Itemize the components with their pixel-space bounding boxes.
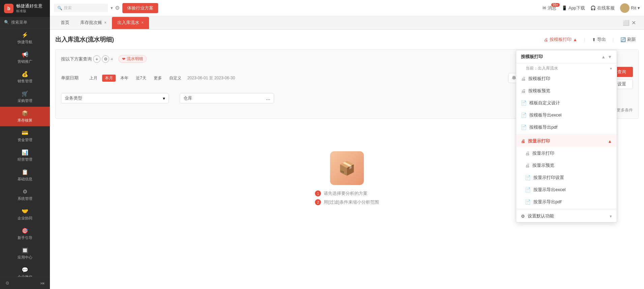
online-service-link[interactable]: 🎧 在线客服 bbox=[590, 5, 615, 11]
current-label-text: 当前：出入库流水 bbox=[526, 65, 558, 71]
empty-step-2: 2 用[过滤]条件来缩小分析范围 bbox=[315, 199, 379, 205]
date-opt-last-month[interactable]: 上月 bbox=[87, 75, 100, 82]
user-avatar-img bbox=[620, 3, 630, 13]
dropdown-template-preview[interactable]: 🖨 按模板预览 bbox=[516, 85, 617, 97]
step-1-text: 请先选择要分析的方案 bbox=[324, 190, 368, 196]
print-btn-label: 按模板打印 bbox=[550, 36, 572, 43]
sidebar-item-label: 新手引导 bbox=[18, 235, 32, 240]
finance-icon: 💳 bbox=[22, 130, 28, 136]
date-opt-this-year[interactable]: 本年 bbox=[118, 75, 131, 82]
filter-tag-icon: ❤ bbox=[122, 57, 125, 61]
template-pdf-label: 按模板导出pdf bbox=[529, 124, 557, 130]
current-label-arrow[interactable]: ▾ bbox=[610, 66, 612, 71]
sidebar-item-ops[interactable]: 📊 经营管理 bbox=[0, 146, 50, 165]
sidebar-item-purchase[interactable]: 🛒 采购管理 bbox=[0, 87, 50, 107]
app-download-link[interactable]: 📱 App下载 bbox=[562, 5, 585, 11]
display-print-label: 按显示打印 bbox=[532, 150, 554, 156]
biz-type-select[interactable]: 业务类型 ▾ bbox=[61, 93, 169, 103]
print-dropdown-panel: 按模板打印 ▲ ▼ 当前：出入库流水 ▾ 🖨 按模板打印 🖨 按模板预览 bbox=[516, 50, 617, 222]
sidebar-item-inventory[interactable]: 📦 库存核算 bbox=[0, 107, 50, 126]
sidebar-item-sales[interactable]: 💰 销售管理 bbox=[0, 68, 50, 87]
template-custom-label: 模板自定义设计 bbox=[529, 100, 560, 106]
topbar-right: ✉ 消息 99+ 📱 App下载 🎧 在线客服 Rit ▾ bbox=[543, 3, 640, 13]
footer-arrow[interactable]: ▾ bbox=[610, 214, 612, 219]
message-badge[interactable]: ✉ 消息 99+ bbox=[543, 5, 556, 11]
ops-icon: 📊 bbox=[22, 149, 28, 156]
sidebar-item-system[interactable]: ⚙ 系统管理 bbox=[0, 185, 50, 205]
sidebar-search[interactable]: 🔍 搜索菜单 bbox=[0, 17, 50, 28]
sidebar-item-finance[interactable]: 💳 资金管理 bbox=[0, 126, 50, 146]
page-content: 出入库流水(流水明细) 🖨 按模板打印 ▲ | ⬆ 导出 | 🔄 bbox=[50, 30, 644, 289]
tab-flow-close[interactable]: × bbox=[141, 20, 144, 25]
industry-solution-button[interactable]: 体验行业方案 bbox=[122, 3, 158, 13]
dropdown-scroll-up[interactable]: ▲ bbox=[601, 54, 606, 59]
biz-type-dropdown-icon[interactable]: ▾ bbox=[163, 96, 165, 101]
dropdown-display-print-section[interactable]: 🖨 按显示打印 ▲ bbox=[516, 135, 617, 147]
dropdown-template-custom[interactable]: 📄 模板自定义设计 bbox=[516, 97, 617, 109]
refresh-button[interactable]: 🔄 刷新 bbox=[618, 35, 639, 44]
filter-settings-button[interactable]: ⚙ bbox=[102, 55, 109, 63]
sidebar-item-label: 企业微信 bbox=[18, 274, 32, 277]
export-button[interactable]: ⬆ 导出 bbox=[589, 35, 609, 44]
sidebar-item-label: 销售管理 bbox=[18, 79, 32, 84]
empty-state-icon: 📦 bbox=[330, 151, 364, 185]
dropdown-display-excel[interactable]: 📄 按显示导出excel bbox=[516, 184, 617, 196]
dropdown-template-excel[interactable]: 📄 按模板导出excel bbox=[516, 109, 617, 121]
filter-add-button[interactable]: + bbox=[93, 55, 100, 63]
main-wrapper: 🔍 搜索 ▾ ⚙ 体验行业方案 ✉ 消息 99+ 📱 App下载 🎧 在线客服 bbox=[50, 0, 644, 289]
template-pdf-icon: 📄 bbox=[521, 125, 527, 130]
topbar: 🔍 搜索 ▾ ⚙ 体验行业方案 ✉ 消息 99+ 📱 App下载 🎧 在线客服 bbox=[50, 0, 644, 16]
tab-batch-account-close[interactable]: × bbox=[104, 20, 107, 25]
collapse-icon[interactable]: ⏮ bbox=[40, 281, 45, 286]
date-opt-7days[interactable]: 近7天 bbox=[133, 75, 149, 82]
dropdown-display-pdf[interactable]: 📄 按显示导出pdf bbox=[516, 196, 617, 208]
dropdown-template-print[interactable]: 🖨 按模板打印 bbox=[516, 73, 617, 85]
tab-home[interactable]: 首页 bbox=[55, 17, 75, 29]
warehouse-more-icon[interactable]: … bbox=[266, 96, 270, 101]
dropdown-template-pdf[interactable]: 📄 按模板导出pdf bbox=[516, 121, 617, 133]
footer-icon: ⚙ bbox=[521, 214, 525, 219]
filter-biz-label: 业务类型 bbox=[65, 95, 82, 101]
dropdown-title: 按模板打印 bbox=[521, 54, 543, 60]
print-template-button[interactable]: 🖨 按模板打印 ▲ bbox=[541, 35, 580, 44]
dropdown-footer[interactable]: ⚙ 设置默认功能 ▾ bbox=[516, 210, 617, 222]
user-avatar[interactable]: Rit ▾ bbox=[620, 3, 640, 13]
display-print-section-label: 按显示打印 bbox=[528, 138, 550, 144]
dropdown-scroll-down[interactable]: ▼ bbox=[608, 54, 612, 59]
sidebar-item-wechat[interactable]: 💬 企业微信 bbox=[0, 263, 50, 277]
tab-batch-account[interactable]: 库存批次账 × bbox=[75, 17, 112, 29]
topbar-search-box[interactable]: 🔍 搜索 bbox=[54, 4, 108, 12]
system-icon: ⚙ bbox=[23, 188, 27, 195]
topbar-gear-icon[interactable]: ⚙ bbox=[115, 5, 120, 11]
print-dropdown-arrow[interactable]: ▲ bbox=[573, 37, 577, 42]
tab-maximize-icon[interactable]: ⬜ bbox=[623, 20, 630, 26]
dropdown-display-print[interactable]: 🖨 按显示打印 bbox=[516, 147, 617, 159]
dropdown-arrow-icon[interactable]: ▾ bbox=[111, 5, 113, 10]
sidebar-item-marketing[interactable]: 📢 营销推广 bbox=[0, 48, 50, 68]
tab-flow[interactable]: 出入库流水 × bbox=[112, 17, 149, 29]
topbar-controls: ▾ ⚙ bbox=[111, 5, 120, 11]
tab-close-panel-icon[interactable]: ✕ bbox=[632, 20, 636, 26]
date-range-display: 2023-06-01 至 2023-06-30 bbox=[187, 75, 235, 81]
sidebar-item-coop[interactable]: 🤝 企业协同 bbox=[0, 205, 50, 224]
sidebar-item-quick-nav[interactable]: ⚡ 快捷导航 bbox=[0, 28, 50, 48]
warehouse-select[interactable]: 仓库 … bbox=[180, 93, 274, 103]
sidebar-item-guide[interactable]: 🎯 新手引导 bbox=[0, 224, 50, 244]
sidebar-item-label: 营销推广 bbox=[18, 59, 32, 64]
filter-collapse-left-icon[interactable]: « bbox=[111, 56, 113, 61]
step-2-num: 2 bbox=[315, 199, 321, 205]
date-opt-custom[interactable]: 自定义 bbox=[167, 75, 184, 82]
sidebar-item-basic[interactable]: 📋 基础信息 bbox=[0, 165, 50, 185]
display-print-section-arrow[interactable]: ▲ bbox=[608, 139, 612, 144]
sidebar-item-apps[interactable]: 🔲 应用中心 bbox=[0, 244, 50, 263]
dropdown-display-print-settings[interactable]: 📄 按显示打印设置 bbox=[516, 172, 617, 184]
sidebar: b 畅捷通好生意 标准版 🔍 搜索菜单 ⚡ 快捷导航 📢 营销推广 💰 销售管理… bbox=[0, 0, 50, 289]
date-opt-this-month[interactable]: 本月 bbox=[102, 75, 116, 82]
sidebar-item-label: 基础信息 bbox=[18, 177, 32, 182]
export-btn-label: 导出 bbox=[597, 36, 606, 43]
settings-icon[interactable]: ⚙ bbox=[5, 281, 9, 286]
dropdown-display-preview[interactable]: 🖨 按显示预览 bbox=[516, 159, 617, 172]
search-icon: 🔍 bbox=[4, 20, 9, 25]
date-opt-more[interactable]: 更多 bbox=[151, 75, 165, 82]
page-header: 出入库流水(流水明细) 🖨 按模板打印 ▲ | ⬆ 导出 | 🔄 bbox=[55, 35, 639, 44]
